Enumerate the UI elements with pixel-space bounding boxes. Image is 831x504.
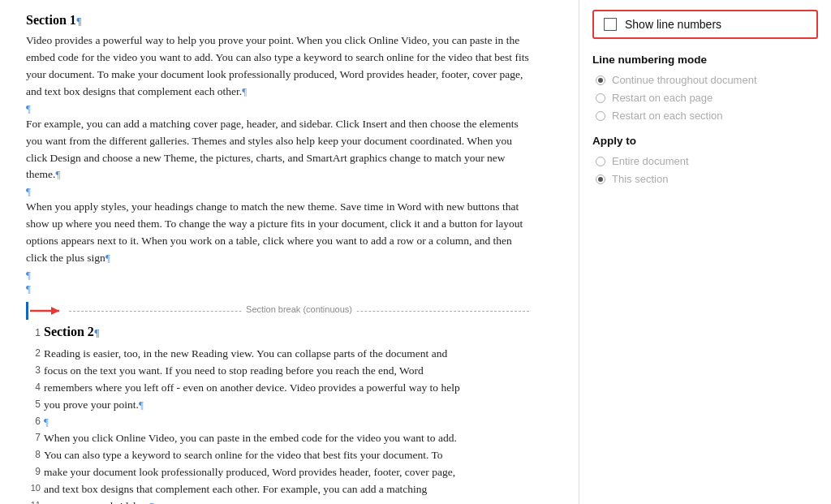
- arrow-icon: [28, 304, 64, 317]
- line-numbers-checkbox[interactable]: [604, 18, 617, 31]
- cursor-indicator: [26, 302, 64, 320]
- line-num-s2: 1: [26, 327, 41, 338]
- section1-heading: Section 1¶: [26, 13, 529, 28]
- line-6: 6 ¶: [26, 414, 529, 430]
- line-8: 8 You can also type a keyword to search …: [26, 447, 529, 464]
- option-entire-doc[interactable]: Entire document: [592, 155, 818, 167]
- option-restart-page[interactable]: Restart on each page: [592, 92, 818, 104]
- line-4: 4 remembers where you left off - even on…: [26, 380, 529, 397]
- line-2: 2 Reading is easier, too, in the new Rea…: [26, 346, 529, 363]
- radio-entire-doc[interactable]: [596, 157, 605, 166]
- line-9: 9 make your document look professionally…: [26, 464, 529, 481]
- line-3: 3 focus on the text you want. If you nee…: [26, 363, 529, 380]
- line-10: 10 and text box designs that complement …: [26, 481, 529, 498]
- radio-restart-section[interactable]: [596, 111, 605, 121]
- option-continue-label: Continue throughout document: [612, 74, 757, 86]
- option-this-section[interactable]: This section: [592, 173, 818, 185]
- paragraph-3: When you apply styles, your headings cha…: [26, 199, 529, 267]
- doc-content: Section 1¶ Video provides a powerful way…: [26, 13, 529, 504]
- para-break-3: ¶: [26, 269, 529, 282]
- pilcrow-s1: ¶: [76, 15, 82, 27]
- show-line-numbers-label: Show line numbers: [625, 18, 721, 31]
- line-5: 5 you prove your point.¶: [26, 397, 529, 414]
- option-entire-doc-label: Entire document: [612, 155, 689, 167]
- apply-to-title: Apply to: [592, 135, 818, 147]
- section-break-line: Section break (continuous): [69, 311, 529, 312]
- line-7: 7 When you click Online Video, you can p…: [26, 430, 529, 447]
- option-restart-page-label: Restart on each page: [612, 92, 713, 104]
- paragraph-1: Video provides a powerful way to help yo…: [26, 32, 529, 101]
- para-break-2: ¶: [26, 185, 529, 198]
- radio-this-section[interactable]: [596, 174, 605, 184]
- radio-continue[interactable]: [596, 75, 605, 85]
- show-line-numbers-toggle[interactable]: Show line numbers: [592, 10, 818, 39]
- line-numbering-mode-title: Line numbering mode: [592, 54, 818, 66]
- option-this-section-label: This section: [612, 173, 668, 185]
- section2-lines: 2 Reading is easier, too, in the new Rea…: [26, 346, 529, 504]
- radio-restart-page[interactable]: [596, 93, 605, 103]
- option-continue[interactable]: Continue throughout document: [592, 74, 818, 86]
- section-break-area: Section break (continuous): [26, 302, 529, 320]
- document-area: Section 1¶ Video provides a powerful way…: [0, 0, 579, 504]
- paragraph-2: For example, you can add a matching cove…: [26, 116, 529, 184]
- svg-marker-1: [51, 307, 59, 315]
- section2-heading: Section 2¶: [44, 325, 100, 339]
- option-restart-section-label: Restart on each section: [612, 110, 723, 122]
- para-break-4: ¶: [26, 282, 529, 295]
- line-11: 11 cover page, and sidebar.¶: [26, 498, 529, 504]
- section2-heading-row: 1 Section 2¶: [26, 325, 529, 342]
- section-break-label: Section break (continuous): [241, 304, 357, 314]
- apply-to-section: Apply to Entire document This section: [592, 135, 818, 185]
- sidebar: Show line numbers Line numbering mode Co…: [579, 0, 831, 504]
- option-restart-section[interactable]: Restart on each section: [592, 110, 818, 122]
- para-break-1: ¶: [26, 102, 529, 115]
